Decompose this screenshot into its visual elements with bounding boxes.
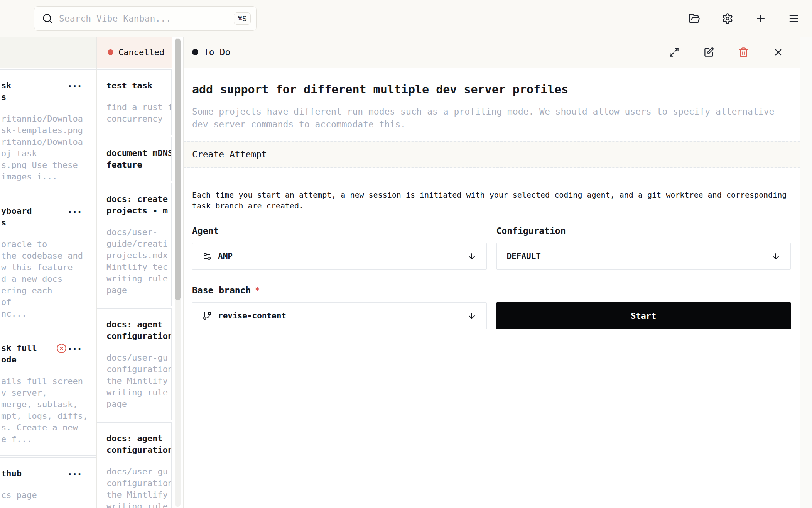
status-label: To Do — [204, 47, 230, 57]
topbar: ⌘S — [0, 0, 812, 37]
card-desc: cs page — [1, 489, 96, 501]
card-desc: docs/user-gu configuration the Mintlify … — [106, 352, 171, 410]
card-title: yboard s — [1, 205, 96, 229]
sliders-icon — [203, 252, 212, 261]
start-button[interactable]: Start — [496, 302, 791, 329]
task-card[interactable]: ··· yboard s oracle to the codebase and … — [0, 195, 96, 330]
card-title: test task — [106, 80, 171, 91]
agent-select[interactable]: AMP — [192, 243, 487, 270]
panel-header: To Do — [184, 37, 800, 68]
more-menu-icon[interactable]: ··· — [67, 469, 81, 479]
configuration-select[interactable]: DEFAULT — [496, 243, 791, 270]
settings-gear-icon[interactable] — [721, 12, 734, 25]
more-menu-icon[interactable]: ··· — [67, 81, 81, 91]
card-desc: find a rust f concurrency — [106, 102, 171, 125]
agent-value: AMP — [218, 252, 233, 261]
task-card[interactable]: docs: agent configuration docs/user-gu c… — [97, 308, 172, 420]
base-branch-select[interactable]: revise-content — [192, 302, 487, 329]
card-title: docs: agent configuration — [106, 433, 171, 456]
kanban-column-left: ··· sk s ritannio/Downloa sk-templates.p… — [0, 37, 97, 508]
base-branch-label: Base branch* — [192, 285, 487, 296]
panel-body: add support for different multiple dev s… — [184, 68, 800, 508]
column-header-cancelled: Cancelled — [97, 37, 172, 68]
card-desc: docs/user-gu configuration the Mintlify … — [106, 466, 171, 508]
scrollbar-thumb[interactable] — [175, 39, 181, 300]
task-card[interactable]: ··· sk full ode ails full screen v serve… — [0, 332, 96, 456]
open-folder-icon[interactable] — [688, 12, 701, 25]
card-title: document mDNS feature — [106, 147, 171, 171]
main-area: ··· sk s ritannio/Downloa sk-templates.p… — [0, 37, 812, 508]
task-title: add support for different multiple dev s… — [192, 82, 791, 97]
more-menu-icon[interactable]: ··· — [67, 344, 81, 354]
search-shortcut-badge: ⌘S — [234, 12, 251, 25]
create-attempt-form: Agent Configuration AMP DEFAULT Base bra… — [192, 226, 791, 329]
close-icon[interactable] — [771, 46, 785, 59]
arrow-down-icon — [771, 252, 780, 261]
cancelled-status-dot — [108, 49, 113, 55]
card-title: docs: create projects - m — [106, 193, 171, 217]
card-title: sk full ode — [1, 342, 96, 366]
task-detail-panel: To Do add support for different multiple… — [184, 37, 800, 508]
configuration-value: DEFAULT — [507, 252, 541, 261]
edit-icon[interactable] — [702, 46, 715, 59]
create-attempt-section-header: Create Attempt — [184, 141, 800, 168]
card-title: thub — [1, 468, 96, 479]
card-desc: docs/user- guide/creati projects.mdx Min… — [106, 227, 171, 296]
attempt-helper-text: Each time you start an attempt, a new se… — [192, 190, 791, 211]
column-cards-left: ··· sk s ritannio/Downloa sk-templates.p… — [0, 68, 96, 508]
column-header-left — [0, 37, 96, 68]
todo-status-dot — [192, 49, 198, 55]
task-card[interactable]: document mDNS feature — [97, 137, 172, 181]
column-cards-cancelled: test task find a rust f concurrency docu… — [97, 68, 172, 508]
delete-trash-icon[interactable] — [737, 46, 750, 59]
panel-scrollbar-gutter[interactable] — [800, 37, 812, 508]
kanban-column-cancelled: Cancelled test task find a rust f concur… — [97, 37, 172, 508]
task-card[interactable]: docs: create projects - m docs/user- gui… — [97, 183, 172, 306]
base-branch-value: revise-content — [218, 311, 286, 320]
task-card[interactable]: ··· sk s ritannio/Downloa sk-templates.p… — [0, 69, 96, 193]
add-task-plus-icon[interactable] — [754, 12, 767, 25]
card-desc: ails full screen v server, merge, subtas… — [1, 376, 96, 445]
arrow-down-icon — [467, 311, 476, 320]
task-card[interactable]: docs: agent configuration docs/user-gu c… — [97, 422, 172, 508]
expand-icon[interactable] — [667, 46, 680, 59]
configuration-label: Configuration — [496, 226, 791, 237]
search-box[interactable]: ⌘S — [34, 6, 257, 31]
arrow-down-icon — [467, 252, 476, 261]
topbar-actions — [688, 12, 800, 25]
hamburger-menu-icon[interactable] — [787, 12, 800, 25]
search-icon — [42, 13, 53, 24]
board-scrollbar[interactable] — [172, 37, 184, 508]
required-asterisk: * — [255, 285, 260, 295]
search-input[interactable] — [59, 14, 234, 24]
git-branch-icon — [203, 311, 212, 320]
card-title: docs: agent configuration — [106, 319, 171, 342]
more-menu-icon[interactable]: ··· — [67, 207, 81, 217]
task-card[interactable]: ··· thub cs page — [0, 457, 96, 508]
card-desc: oracle to the codebase and w this featur… — [1, 239, 96, 320]
column-title: Cancelled — [118, 47, 164, 57]
task-description: Some projects have different run modes s… — [192, 105, 791, 131]
agent-label: Agent — [192, 226, 487, 237]
card-title: sk s — [1, 80, 96, 103]
card-desc: ritannio/Downloa sk-templates.png ritann… — [1, 113, 96, 183]
cancelled-badge-icon — [56, 343, 67, 354]
task-card[interactable]: test task find a rust f concurrency — [97, 69, 172, 135]
